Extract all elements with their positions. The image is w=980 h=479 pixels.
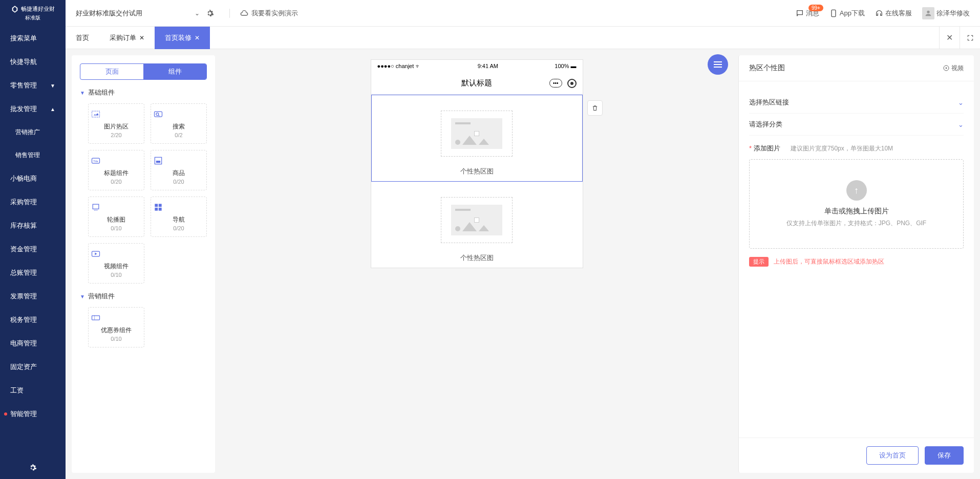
component-card-nav[interactable]: 导航0/20 (151, 197, 207, 237)
add-image-label: *添加图片 (749, 144, 780, 153)
sidebar-label: 发票管理 (10, 292, 37, 301)
canvas-block-0[interactable]: 个性热区图 (371, 95, 583, 182)
sidebar-item-1[interactable]: 快捷导航 (0, 50, 66, 74)
svg-rect-8 (156, 161, 160, 163)
sidebar-item-12[interactable]: 税务管理 (0, 308, 66, 332)
tab-2[interactable]: 首页装修✕ (155, 27, 210, 49)
upload-hint: 仅支持上传单张图片，支持格式：JPG、PNG、GIF (760, 219, 953, 228)
svg-rect-16 (159, 208, 162, 211)
component-card-search[interactable]: 搜索0/2 (151, 103, 207, 144)
sidebar-label: 批发管理 (10, 104, 37, 114)
sidebar-label: 销售管理 (15, 151, 40, 160)
sidebar-label: 税务管理 (10, 315, 37, 324)
product-icon (153, 156, 204, 166)
chevron-down-icon: ⌄ (958, 99, 964, 106)
component-group-1: ▼营销组件优惠券组件0/10 (80, 292, 207, 347)
sidebar-item-3[interactable]: 批发管理▲ (0, 97, 66, 121)
save-button[interactable]: 保存 (925, 446, 964, 465)
group-name: 基础组件 (88, 88, 115, 97)
menu-icon (714, 61, 722, 68)
component-count: 0/20 (91, 179, 142, 185)
set-home-button[interactable]: 设为首页 (866, 446, 919, 465)
image-icon (91, 109, 142, 119)
support-button[interactable]: 在线客服 (875, 9, 912, 18)
tab-label: 采购订单 (110, 33, 136, 42)
plan-selector[interactable]: 好业财标准版交付试用 ⌄ (76, 9, 200, 18)
delete-block-button[interactable] (587, 100, 603, 116)
sidebar-item-11[interactable]: 发票管理 (0, 285, 66, 308)
sidebar-item-5[interactable]: 销售管理 (0, 144, 66, 167)
component-count: 0/2 (153, 132, 204, 138)
demo-link[interactable]: 我要看实例演示 (229, 9, 298, 18)
header-right: 消息 99+ App下载 在线客服 徐泽华修改 (796, 7, 970, 19)
target-icon (567, 79, 577, 88)
sidebar-item-9[interactable]: 资金管理 (0, 237, 66, 261)
tab-1[interactable]: 采购订单✕ (99, 27, 155, 49)
close-icon[interactable]: ✕ (139, 34, 144, 41)
sidebar-label: 电商管理 (10, 339, 37, 348)
sidebar-item-6[interactable]: 小畅电商 (0, 167, 66, 190)
sidebar-item-8[interactable]: 库存核算 (0, 214, 66, 237)
group-header[interactable]: ▼基础组件 (80, 88, 207, 97)
sidebar-label: 采购管理 (10, 198, 37, 207)
canvas-area: ●●●●○ chanjet ᯤ 9:41 AM 100% ▬ 默认标题 ••• … (215, 49, 738, 479)
nav-icon (153, 202, 204, 212)
chevron-down-icon: ⌄ (958, 121, 964, 128)
messages-button[interactable]: 消息 99+ (796, 9, 819, 18)
svg-rect-1 (92, 111, 100, 117)
svg-rect-18 (92, 316, 100, 320)
sidebar-label: 小畅电商 (10, 174, 37, 183)
video-icon (91, 249, 142, 259)
sidebar-item-0[interactable]: 搜索菜单 (0, 27, 66, 50)
headset-icon (875, 9, 883, 17)
component-card-carousel[interactable]: 轮播图0/10 (88, 197, 144, 237)
props-body: 选择热区链接 ⌄ 请选择分类 ⌄ *添加图片 建议图片宽度750px，单张图最大… (739, 81, 974, 438)
tab-label: 首页装修 (165, 33, 191, 42)
component-card-title[interactable]: Title标题组件0/20 (88, 150, 144, 190)
component-card-image[interactable]: 图片热区2/20 (88, 103, 144, 144)
menu-fab-button[interactable] (708, 54, 728, 75)
component-card-coupon[interactable]: 优惠券组件0/10 (88, 307, 144, 347)
component-card-video[interactable]: 视频组件0/10 (88, 243, 144, 284)
sidebar-label: 搜索菜单 (10, 34, 37, 43)
sidebar-item-2[interactable]: 零售管理▼ (0, 74, 66, 97)
component-card-product[interactable]: 商品0/20 (151, 150, 207, 190)
sidebar-item-4[interactable]: 营销推广 (0, 121, 66, 144)
left-sidebar: 搜索菜单快捷导航零售管理▼批发管理▲营销推广销售管理小畅电商采购管理库存核算资金… (0, 27, 66, 479)
tabs-fullscreen-button[interactable] (960, 27, 980, 49)
svg-rect-15 (155, 208, 158, 211)
upload-zone[interactable]: ↑ 单击或拖拽上传图片 仅支持上传单张图片，支持格式：JPG、PNG、GIF (749, 159, 964, 249)
category-select[interactable]: 请选择分类 ⌄ (749, 114, 964, 136)
canvas-block-1[interactable]: 个性热区图 (371, 182, 583, 268)
app-download-button[interactable]: App下载 (829, 9, 865, 18)
sidebar-label: 智能管理 (10, 409, 37, 419)
phone-icon (829, 9, 838, 17)
close-icon[interactable]: ✕ (195, 34, 200, 41)
tabs-close-button[interactable]: ✕ (939, 27, 960, 49)
component-count: 0/10 (91, 225, 142, 231)
message-icon (796, 9, 804, 17)
props-footer: 设为首页 保存 (739, 438, 974, 473)
sidebar-item-13[interactable]: 电商管理 (0, 332, 66, 355)
sidebar-item-10[interactable]: 总账管理 (0, 261, 66, 285)
user-menu[interactable]: 徐泽华修改 (922, 7, 970, 19)
sidebar-item-7[interactable]: 采购管理 (0, 190, 66, 214)
sidebar-label: 固定资产 (10, 362, 37, 372)
sidebar-item-16[interactable]: 智能管理 (0, 402, 66, 426)
video-tutorial-link[interactable]: 视频 (943, 64, 964, 73)
panel-tab-page[interactable]: 页面 (80, 64, 143, 79)
phone-statusbar: ●●●●○ chanjet ᯤ 9:41 AM 100% ▬ (371, 60, 583, 72)
tab-0[interactable]: 首页 (66, 27, 99, 49)
component-group-0: ▼基础组件图片热区2/20搜索0/2Title标题组件0/20商品0/20轮播图… (80, 88, 207, 284)
settings-icon[interactable] (206, 9, 214, 17)
sidebar-item-15[interactable]: 工资 (0, 379, 66, 402)
link-label: 选择热区链接 (749, 98, 789, 107)
group-header[interactable]: ▼营销组件 (80, 292, 207, 301)
sidebar-item-14[interactable]: 固定资产 (0, 355, 66, 379)
sidebar-label: 库存核算 (10, 221, 37, 230)
chevron-down-icon: ▼ (80, 90, 85, 96)
panel-tab-component[interactable]: 组件 (143, 64, 206, 79)
sidebar-settings-button[interactable] (0, 456, 66, 479)
hotzone-link-select[interactable]: 选择热区链接 ⌄ (749, 92, 964, 114)
tip-row: 提示 上传图后，可直接鼠标框选区域添加热区 (749, 257, 964, 267)
